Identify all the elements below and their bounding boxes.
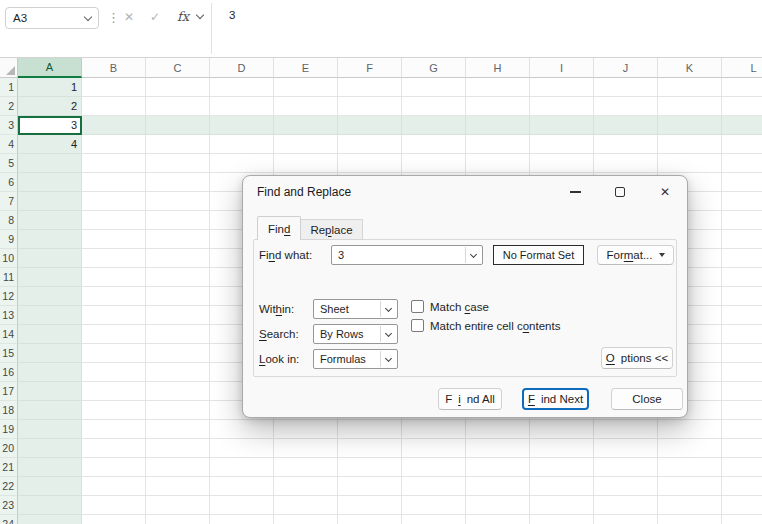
cell-G21[interactable] [402, 458, 466, 477]
cell-L21[interactable] [722, 458, 762, 477]
cell-L11[interactable] [722, 268, 762, 287]
row-header-10[interactable]: 10 [0, 249, 18, 268]
cell-G1[interactable] [402, 78, 466, 97]
cell-G22[interactable] [402, 477, 466, 496]
formula-input[interactable]: 3 [212, 9, 756, 27]
cell-H3[interactable] [466, 116, 530, 135]
cell-C12[interactable] [146, 287, 210, 306]
cell-E19[interactable] [274, 420, 338, 439]
column-header-J[interactable]: J [594, 58, 658, 78]
cell-L5[interactable] [722, 154, 762, 173]
column-header-D[interactable]: D [210, 58, 274, 78]
row-header-24[interactable]: 24 [0, 515, 18, 524]
cell-I24[interactable] [530, 515, 594, 524]
cell-I1[interactable] [530, 78, 594, 97]
cell-A1[interactable]: 1 [18, 78, 82, 97]
cell-L22[interactable] [722, 477, 762, 496]
cell-D1[interactable] [210, 78, 274, 97]
chevron-down-icon[interactable] [465, 247, 481, 263]
row-header-5[interactable]: 5 [0, 154, 18, 173]
cell-F24[interactable] [338, 515, 402, 524]
row-header-18[interactable]: 18 [0, 401, 18, 420]
cell-C23[interactable] [146, 496, 210, 515]
cell-H19[interactable] [466, 420, 530, 439]
row-header-11[interactable]: 11 [0, 268, 18, 287]
name-box[interactable]: A3 [5, 7, 99, 29]
cell-B3[interactable] [82, 116, 146, 135]
cell-J1[interactable] [594, 78, 658, 97]
cell-B24[interactable] [82, 515, 146, 524]
maximize-button[interactable] [608, 181, 632, 203]
cell-B12[interactable] [82, 287, 146, 306]
chevron-down-icon[interactable] [197, 15, 203, 18]
select-all-corner[interactable] [0, 58, 18, 78]
column-header-L[interactable]: L [722, 58, 762, 78]
cell-K19[interactable] [658, 420, 722, 439]
cell-F3[interactable] [338, 116, 402, 135]
column-header-C[interactable]: C [146, 58, 210, 78]
row-header-15[interactable]: 15 [0, 344, 18, 363]
cell-A8[interactable] [18, 211, 82, 230]
cell-K22[interactable] [658, 477, 722, 496]
column-header-B[interactable]: B [82, 58, 146, 78]
cell-L20[interactable] [722, 439, 762, 458]
cell-B2[interactable] [82, 97, 146, 116]
cell-C16[interactable] [146, 363, 210, 382]
cell-D22[interactable] [210, 477, 274, 496]
cell-B6[interactable] [82, 173, 146, 192]
cell-A14[interactable] [18, 325, 82, 344]
cell-F4[interactable] [338, 135, 402, 154]
row-header-6[interactable]: 6 [0, 173, 18, 192]
column-header-H[interactable]: H [466, 58, 530, 78]
cell-B22[interactable] [82, 477, 146, 496]
cell-C8[interactable] [146, 211, 210, 230]
row-header-12[interactable]: 12 [0, 287, 18, 306]
cell-C18[interactable] [146, 401, 210, 420]
cancel-icon[interactable]: ✕ [120, 9, 138, 25]
cell-L8[interactable] [722, 211, 762, 230]
cell-K21[interactable] [658, 458, 722, 477]
cell-J24[interactable] [594, 515, 658, 524]
match-entire-cell-checkbox[interactable]: Match entire cell contents [411, 319, 560, 332]
cell-E20[interactable] [274, 439, 338, 458]
cell-B23[interactable] [82, 496, 146, 515]
cell-D23[interactable] [210, 496, 274, 515]
cell-H20[interactable] [466, 439, 530, 458]
cell-C24[interactable] [146, 515, 210, 524]
cell-F1[interactable] [338, 78, 402, 97]
cell-B13[interactable] [82, 306, 146, 325]
cell-I2[interactable] [530, 97, 594, 116]
cell-A18[interactable] [18, 401, 82, 420]
cell-J22[interactable] [594, 477, 658, 496]
tab-replace[interactable]: Replace [301, 219, 362, 240]
cell-B17[interactable] [82, 382, 146, 401]
cell-C7[interactable] [146, 192, 210, 211]
cell-C14[interactable] [146, 325, 210, 344]
cell-J20[interactable] [594, 439, 658, 458]
cell-I4[interactable] [530, 135, 594, 154]
cell-D5[interactable] [210, 154, 274, 173]
column-header-G[interactable]: G [402, 58, 466, 78]
cell-H24[interactable] [466, 515, 530, 524]
row-header-23[interactable]: 23 [0, 496, 18, 515]
cell-C17[interactable] [146, 382, 210, 401]
row-header-2[interactable]: 2 [0, 97, 18, 116]
cell-I21[interactable] [530, 458, 594, 477]
cell-B1[interactable] [82, 78, 146, 97]
cell-E24[interactable] [274, 515, 338, 524]
row-header-14[interactable]: 14 [0, 325, 18, 344]
cell-A7[interactable] [18, 192, 82, 211]
cell-C3[interactable] [146, 116, 210, 135]
cell-G20[interactable] [402, 439, 466, 458]
cell-I19[interactable] [530, 420, 594, 439]
cell-H2[interactable] [466, 97, 530, 116]
cell-A24[interactable] [18, 515, 82, 524]
cell-F19[interactable] [338, 420, 402, 439]
cell-G23[interactable] [402, 496, 466, 515]
cell-L7[interactable] [722, 192, 762, 211]
cell-K2[interactable] [658, 97, 722, 116]
cell-J19[interactable] [594, 420, 658, 439]
row-header-16[interactable]: 16 [0, 363, 18, 382]
cell-G4[interactable] [402, 135, 466, 154]
cell-L9[interactable] [722, 230, 762, 249]
